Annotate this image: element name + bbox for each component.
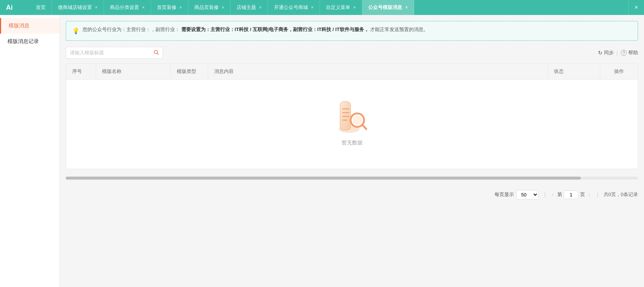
svg-point-8 — [352, 115, 362, 125]
nav-homepage[interactable]: 首页装修 × — [151, 0, 188, 15]
search-bar: ↻ 同步 | ? 帮助 — [66, 47, 638, 59]
page-nav: ⟨ ‹ 第 页 › ⟩ — [542, 190, 600, 199]
nav-homepage-label: 首页装修 — [157, 4, 176, 11]
toolbar-right: ↻ 同步 | ? 帮助 — [598, 49, 638, 56]
top-nav: Ai 首页 微商城店铺设置 × 商品分类设置 × 首页装修 × 商品页装修 × … — [0, 0, 644, 15]
svg-line-9 — [362, 125, 366, 129]
nav-category-label: 商品分类设置 — [110, 4, 139, 11]
notice-suffix: 才能正常发送预置的消息。 — [370, 27, 428, 32]
toolbar-divider: | — [617, 50, 618, 55]
pagination: 每页显示 50 10 20 100 ⟨ ‹ 第 页 › ⟩ 共0页， — [66, 187, 638, 201]
content-area: 💡 您的公众号行业为：主营行业：，副营行业： 需要设置为：主营行业：IT科技 /… — [60, 15, 644, 287]
horizontal-scrollbar[interactable] — [66, 177, 638, 180]
empty-text: 暂无数据 — [342, 140, 363, 146]
app-logo: Ai — [0, 4, 30, 12]
scroll-thumb[interactable] — [66, 177, 581, 180]
nav-productpage-label: 商品页装修 — [194, 4, 219, 11]
page-size-label: 每页显示 — [494, 191, 514, 198]
nav-homepage-close[interactable]: × — [179, 5, 182, 10]
page-label: 第 — [557, 191, 562, 198]
nav-theme-label: 店铺主题 — [237, 4, 256, 11]
nav-home[interactable]: 首页 — [30, 0, 52, 15]
nav-weshop[interactable]: 微商城店铺设置 × — [52, 0, 104, 15]
help-icon: ? — [621, 50, 627, 56]
sidebar-item-template-record[interactable]: 模版消息记录 — [0, 34, 59, 49]
search-input-wrap — [66, 47, 163, 59]
nav-opencity-close[interactable]: × — [311, 5, 314, 10]
nav-custommenu[interactable]: 自定义菜单 × — [320, 0, 362, 15]
nav-weshop-close[interactable]: × — [95, 5, 98, 10]
nav-template-label: 公众号模版消息 — [368, 4, 402, 11]
search-input[interactable] — [70, 50, 152, 55]
close-all-button[interactable]: × — [628, 0, 644, 15]
total-info: 共0页，0条记录 — [604, 191, 638, 198]
sidebar-item-template-record-label: 模版消息记录 — [7, 38, 39, 44]
sidebar-item-template-msg[interactable]: 模版消息 — [0, 18, 59, 34]
notice-prefix: 您的公众号行业为：主营行业：，副营行业： — [83, 27, 180, 32]
last-page-button[interactable]: ⟩ — [594, 191, 601, 198]
nav-custommenu-close[interactable]: × — [353, 5, 356, 10]
empty-state: 暂无数据 — [66, 80, 638, 169]
page-number-input[interactable] — [564, 190, 579, 199]
nav-weshop-label: 微商城店铺设置 — [58, 4, 92, 11]
nav-theme[interactable]: 店铺主题 × — [231, 0, 268, 15]
prev-page-button[interactable]: ‹ — [549, 191, 556, 198]
nav-opencity-label: 开通公众号商城 — [274, 4, 308, 11]
nav-productpage[interactable]: 商品页装修 × — [188, 0, 231, 15]
next-page-button[interactable]: › — [586, 191, 593, 198]
th-type: 模版类型 — [171, 64, 208, 79]
th-name: 模版名称 — [96, 64, 171, 79]
svg-point-10 — [354, 117, 357, 119]
page-size-select[interactable]: 50 10 20 100 — [516, 190, 539, 199]
help-button[interactable]: ? 帮助 — [621, 49, 638, 56]
sync-label: 同步 — [604, 49, 614, 56]
th-status: 状态 — [548, 64, 600, 79]
nav-custommenu-label: 自定义菜单 — [326, 4, 350, 11]
sync-button[interactable]: ↻ 同步 — [598, 49, 614, 56]
nav-category-close[interactable]: × — [142, 5, 145, 10]
empty-illustration — [330, 95, 375, 140]
first-page-button[interactable]: ⟨ — [542, 191, 548, 198]
notice-box: 💡 您的公众号行业为：主营行业：，副营行业： 需要设置为：主营行业：IT科技 /… — [66, 21, 638, 41]
notice-highlight: 需要设置为：主营行业：IT科技 / 互联网|电子商务，副营行业：IT科技 / I… — [181, 27, 369, 32]
table-header: 序号 模版名称 模版类型 消息内容 状态 操作 — [66, 64, 638, 80]
search-icon — [153, 49, 159, 55]
notice-text: 您的公众号行业为：主营行业：，副营行业： 需要设置为：主营行业：IT科技 / 互… — [83, 26, 428, 34]
nav-category[interactable]: 商品分类设置 × — [104, 0, 151, 15]
data-table: 序号 模版名称 模版类型 消息内容 状态 操作 — [66, 63, 638, 169]
nav-template-close[interactable]: × — [405, 5, 408, 10]
page-input-wrap: 第 页 — [557, 190, 585, 199]
notice-icon: 💡 — [72, 26, 80, 36]
th-action: 操作 — [600, 64, 638, 79]
th-seq: 序号 — [66, 64, 96, 79]
nav-theme-close[interactable]: × — [259, 5, 262, 10]
sidebar-item-template-msg-label: 模版消息 — [9, 22, 30, 28]
sidebar: 模版消息 模版消息记录 — [0, 15, 60, 287]
main-layout: 模版消息 模版消息记录 💡 您的公众号行业为：主营行业：，副营行业： 需要设置为… — [0, 15, 644, 287]
nav-opencity[interactable]: 开通公众号商城 × — [268, 0, 320, 15]
sync-icon: ↻ — [598, 50, 603, 56]
help-label: 帮助 — [628, 49, 638, 56]
svg-line-1 — [157, 53, 158, 54]
nav-template[interactable]: 公众号模版消息 × — [362, 0, 414, 15]
page-size-wrap: 每页显示 50 10 20 100 — [494, 190, 539, 199]
search-button[interactable] — [153, 49, 159, 56]
nav-productpage-close[interactable]: × — [222, 5, 224, 10]
nav-home-label: 首页 — [36, 4, 46, 11]
th-content: 消息内容 — [208, 64, 548, 79]
page-unit: 页 — [580, 191, 585, 198]
